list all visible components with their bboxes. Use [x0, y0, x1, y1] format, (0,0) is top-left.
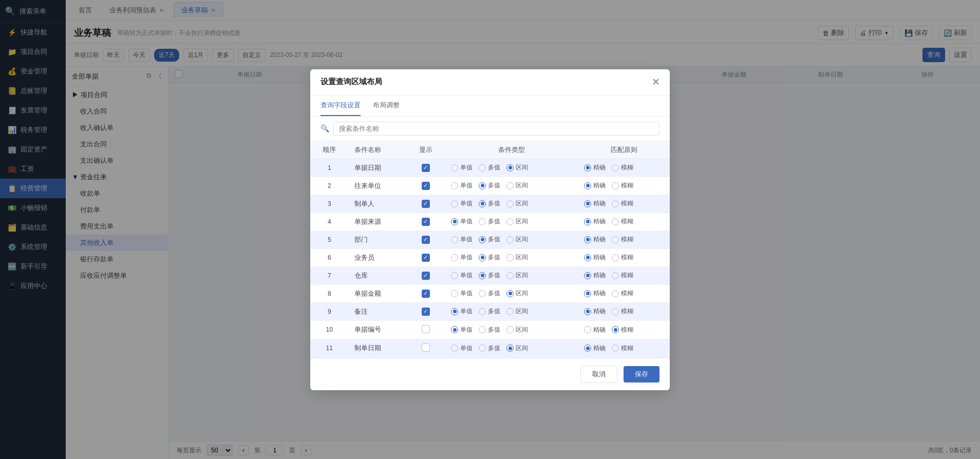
radio-rule-模糊-5[interactable]	[612, 236, 619, 243]
radio-rule-模糊-label[interactable]: 模糊	[612, 326, 633, 334]
radio-rule-模糊-9[interactable]	[612, 308, 619, 315]
radio-多值-1[interactable]	[479, 164, 486, 171]
cell-display[interactable]: ✓	[407, 213, 445, 231]
radio-rule-模糊-label[interactable]: 模糊	[612, 271, 633, 280]
cell-display[interactable]: ✓	[407, 284, 445, 302]
display-checkbox-10[interactable]	[422, 325, 430, 333]
radio-rule-模糊-label[interactable]: 模糊	[612, 217, 633, 226]
radio-rule-模糊-7[interactable]	[612, 272, 619, 279]
cell-display[interactable]: ✓	[407, 248, 445, 266]
radio-多值-10[interactable]	[479, 326, 486, 333]
display-checkbox-7[interactable]: ✓	[422, 272, 430, 280]
radio-rule-精确-6[interactable]	[584, 254, 591, 261]
radio-rule-精确-label[interactable]: 精确	[584, 253, 606, 262]
radio-单值-5[interactable]	[451, 236, 458, 243]
modal-tab-field-settings[interactable]: 查询字段设置	[321, 95, 361, 116]
radio-单值-3[interactable]	[451, 200, 458, 207]
radio-多值-9[interactable]	[479, 308, 486, 315]
display-checkbox-4[interactable]: ✓	[422, 218, 430, 226]
radio-区间-3[interactable]	[506, 200, 514, 207]
radio-区间-11[interactable]	[506, 345, 514, 352]
radio-rule-模糊-label[interactable]: 模糊	[612, 307, 633, 316]
radio-单值-8[interactable]	[451, 290, 458, 297]
radio-区间-label[interactable]: 区间	[506, 289, 528, 298]
radio-区间-label[interactable]: 区间	[506, 326, 528, 334]
radio-rule-精确-label[interactable]: 精确	[584, 235, 606, 244]
radio-rule-精确-label[interactable]: 精确	[584, 181, 606, 190]
radio-rule-模糊-11[interactable]	[612, 345, 619, 352]
cancel-button[interactable]: 取消	[580, 366, 617, 383]
radio-单值-1[interactable]	[451, 164, 458, 171]
display-checkbox-3[interactable]: ✓	[422, 200, 430, 208]
radio-区间-label[interactable]: 区间	[506, 271, 528, 280]
radio-多值-label[interactable]: 多值	[479, 253, 500, 262]
radio-区间-6[interactable]	[506, 254, 514, 261]
radio-rule-精确-label[interactable]: 精确	[584, 163, 606, 172]
radio-区间-label[interactable]: 区间	[506, 307, 528, 316]
radio-rule-精确-7[interactable]	[584, 272, 591, 279]
radio-多值-4[interactable]	[479, 218, 486, 225]
radio-rule-精确-label[interactable]: 精确	[584, 326, 606, 334]
display-checkbox-1[interactable]: ✓	[422, 164, 430, 172]
radio-rule-精确-1[interactable]	[584, 164, 591, 171]
radio-rule-精确-label[interactable]: 精确	[584, 289, 606, 298]
radio-rule-模糊-2[interactable]	[612, 182, 619, 189]
radio-多值-11[interactable]	[479, 345, 486, 352]
radio-rule-模糊-6[interactable]	[612, 254, 619, 261]
radio-rule-精确-2[interactable]	[584, 182, 591, 189]
display-checkbox-6[interactable]: ✓	[422, 254, 430, 262]
cell-display[interactable]	[407, 339, 445, 357]
radio-多值-label[interactable]: 多值	[479, 217, 500, 226]
modal-search-input[interactable]	[333, 122, 659, 136]
display-checkbox-9[interactable]: ✓	[422, 308, 430, 316]
radio-rule-精确-5[interactable]	[584, 236, 591, 243]
radio-单值-label[interactable]: 单值	[451, 326, 473, 334]
radio-rule-模糊-3[interactable]	[612, 200, 619, 207]
radio-多值-label[interactable]: 多值	[479, 344, 500, 353]
radio-区间-7[interactable]	[506, 272, 514, 279]
radio-单值-label[interactable]: 单值	[451, 344, 473, 353]
radio-单值-4[interactable]	[451, 218, 458, 225]
cell-display[interactable]: ✓	[407, 231, 445, 248]
radio-区间-8[interactable]	[506, 290, 514, 297]
radio-rule-模糊-label[interactable]: 模糊	[612, 253, 633, 262]
radio-区间-10[interactable]	[506, 326, 514, 333]
radio-单值-label[interactable]: 单值	[451, 199, 473, 208]
radio-rule-精确-8[interactable]	[584, 290, 591, 297]
radio-多值-8[interactable]	[479, 290, 486, 297]
radio-单值-7[interactable]	[451, 272, 458, 279]
radio-单值-label[interactable]: 单值	[451, 253, 473, 262]
radio-单值-label[interactable]: 单值	[451, 163, 473, 172]
radio-单值-label[interactable]: 单值	[451, 181, 473, 190]
radio-rule-精确-label[interactable]: 精确	[584, 199, 606, 208]
radio-多值-label[interactable]: 多值	[479, 326, 500, 334]
radio-rule-精确-4[interactable]	[584, 218, 591, 225]
radio-多值-label[interactable]: 多值	[479, 307, 500, 316]
radio-rule-模糊-label[interactable]: 模糊	[612, 235, 633, 244]
cell-display[interactable]: ✓	[407, 266, 445, 284]
radio-单值-6[interactable]	[451, 254, 458, 261]
modal-tab-layout-adjust[interactable]: 布局调整	[373, 95, 400, 116]
radio-rule-精确-11[interactable]	[584, 345, 591, 352]
radio-rule-精确-label[interactable]: 精确	[584, 344, 606, 353]
radio-rule-精确-label[interactable]: 精确	[584, 307, 606, 316]
radio-区间-label[interactable]: 区间	[506, 181, 528, 190]
modal-close-button[interactable]: ✕	[652, 76, 659, 88]
radio-单值-9[interactable]	[451, 308, 458, 315]
radio-区间-label[interactable]: 区间	[506, 253, 528, 262]
radio-区间-2[interactable]	[506, 182, 514, 189]
radio-多值-2[interactable]	[479, 182, 486, 189]
radio-rule-精确-9[interactable]	[584, 308, 591, 315]
radio-单值-label[interactable]: 单值	[451, 271, 473, 280]
radio-多值-label[interactable]: 多值	[479, 163, 500, 172]
radio-rule-模糊-label[interactable]: 模糊	[612, 289, 633, 298]
cell-display[interactable]: ✓	[407, 177, 445, 195]
radio-多值-3[interactable]	[479, 200, 486, 207]
radio-区间-label[interactable]: 区间	[506, 344, 528, 353]
radio-区间-5[interactable]	[506, 236, 514, 243]
radio-多值-label[interactable]: 多值	[479, 235, 500, 244]
radio-rule-精确-3[interactable]	[584, 200, 591, 207]
radio-多值-label[interactable]: 多值	[479, 271, 500, 280]
radio-rule-模糊-8[interactable]	[612, 290, 619, 297]
cell-display[interactable]: ✓	[407, 159, 445, 177]
